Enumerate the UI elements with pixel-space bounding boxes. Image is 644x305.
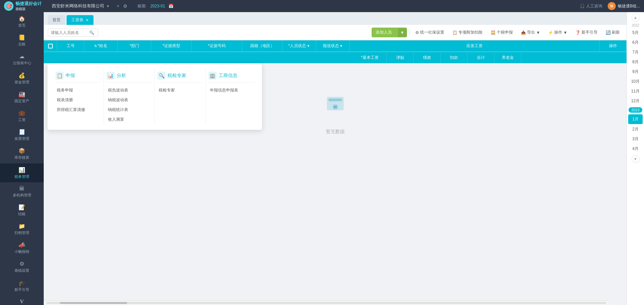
sidebar-item-expense[interactable]: 📣 小畅报销 <box>0 238 44 257</box>
rs-month-jan-2023[interactable]: 1月 <box>628 114 643 124</box>
th-performance: 绩效 <box>414 52 441 63</box>
th-salary-group-label: 应发工资 <box>466 43 483 49</box>
sidebar-item-member[interactable]: V 畅会员 <box>0 295 44 305</box>
search-icon[interactable]: 🔍 <box>89 30 94 35</box>
settings-icon[interactable]: ⚙ <box>123 3 127 9</box>
company-selector[interactable]: 西安虾米网络科技有限公司 ▼ <box>52 3 110 9</box>
taxcheck-title: 税检专家 <box>167 73 186 79</box>
rs-month-nov-2022[interactable]: 11月 <box>627 86 644 96</box>
user-info[interactable]: 畅 畅捷通B组... <box>608 2 640 10</box>
rs-prev-btn[interactable]: ▲ <box>632 13 640 22</box>
filter-report-icon[interactable]: ▼ <box>340 44 343 48</box>
dropdown-item-tax-declaration[interactable]: 税务申报 <box>55 85 101 95</box>
rs-month-mar-2023[interactable]: 3月 <box>627 134 644 144</box>
th-perf-label: 绩效 <box>423 55 431 61</box>
individual-tax-btn[interactable]: 🧮 个税申报 <box>488 28 516 37</box>
special-deduction-icon: 📋 <box>452 30 457 35</box>
rs-month-aug-2022[interactable]: 8月 <box>627 57 644 67</box>
rs-month-oct-2022[interactable]: 10月 <box>627 77 644 86</box>
search-box[interactable]: 🔍 <box>48 29 98 37</box>
sidebar-item-settings[interactable]: ⚙ 基础设置 <box>0 257 44 276</box>
social-insurance-btn[interactable]: ⚙ 统一社保设置 <box>413 28 447 37</box>
sidebar-item-invoice[interactable]: 🧾 发票管理 <box>0 125 44 144</box>
dropdown-item-income-tax-settlement[interactable]: 所得税汇算清缴 <box>55 105 101 115</box>
sidebar-label-inventory: 库存核算 <box>14 155 29 160</box>
sidebar-item-home[interactable]: 🏠 首页 <box>0 12 44 31</box>
rs-current-year-label: 2023 <box>629 107 642 113</box>
sidebar-item-guide[interactable]: 🎓 新手引导 <box>0 276 44 295</box>
tab-home[interactable]: 首页 <box>48 15 65 25</box>
th-op-label: 操作 <box>609 43 617 49</box>
rs-month-may-2022[interactable]: 5月 <box>627 28 644 38</box>
dropdown-item-income-calc[interactable]: 收入测算 <box>107 115 152 124</box>
social-insurance-label: 统一社保设置 <box>420 30 444 35</box>
sidebar-item-multi-org[interactable]: 🏛 多机构管理 <box>0 182 44 201</box>
sidebar-label-close: 结账 <box>18 212 26 216</box>
guide-btn[interactable]: ❓ 新手引导 <box>573 28 600 37</box>
rs-month-apr-2023[interactable]: 4月 <box>627 144 644 154</box>
th-report-status: 报送状态 ▼ <box>316 40 350 52</box>
logo-icon: 🎯 <box>4 1 13 11</box>
scroll-thumb[interactable] <box>60 302 127 304</box>
sidebar-item-assets[interactable]: 🏭 固定资产 <box>0 88 44 107</box>
sidebar-item-payroll[interactable]: 💼 工资 <box>0 107 44 125</box>
sidebar-label-multi-org: 多机构管理 <box>13 193 31 197</box>
rs-month-jul-2022[interactable]: 7月 <box>627 47 644 57</box>
service-btn[interactable]: 🎧 人工咨询 <box>580 3 602 9</box>
filter-status-icon[interactable]: ▼ <box>307 44 310 48</box>
tab-home-label: 首页 <box>52 17 61 23</box>
table-header-row2: *基本工资 津贴 绩效 扣款 合计 养老金 <box>44 52 627 63</box>
rs-month-dec-2022[interactable]: 12月 <box>627 96 644 106</box>
sidebar-label-settings: 基础设置 <box>14 268 29 273</box>
dropdown-col-declaration: 📋 申报 税务申报 税表清册 所得税汇算清缴 <box>53 69 104 124</box>
add-person-dropdown-icon[interactable]: ▼ <box>397 28 407 37</box>
rs-next-btn[interactable]: ▼ <box>632 155 640 163</box>
th-checkbox[interactable] <box>44 41 57 51</box>
sort-name-icon[interactable]: ⇅ <box>94 44 97 48</box>
operation-btn[interactable]: ⚡ 操作 ▼ <box>545 28 570 37</box>
scroll-bar[interactable] <box>44 300 609 305</box>
ledger-icon: 📒 <box>18 34 25 41</box>
th-basic-label: *基本工资 <box>361 55 379 61</box>
declaration-title: 申报 <box>66 73 75 79</box>
th-op: 操作 <box>600 40 627 52</box>
dropdown-item-tax-fluctuation[interactable]: 纳税波动表 <box>107 95 152 105</box>
add-person-button[interactable]: 添加人员 ▼ <box>372 28 407 37</box>
tab-payroll-label: 工资表 <box>71 17 83 23</box>
tab-close-icon[interactable]: ✕ <box>85 18 89 23</box>
top-bar: 🎯 畅捷通好会计 旗舰版 西安虾米网络科技有限公司 ▼ ＋ ⚙ 账期 2023-… <box>0 0 644 12</box>
select-all-checkbox[interactable] <box>48 44 53 48</box>
sidebar-item-tax[interactable]: 📊 税务管理 <box>0 163 44 182</box>
export-label: 导出 <box>527 30 535 35</box>
rs-month-sep-2022[interactable]: 9月 <box>627 67 644 77</box>
dropdown-item-tax-burden[interactable]: 税负波动表 <box>107 85 152 95</box>
dropdown-item-tax-stats[interactable]: 纳税统计表 <box>107 105 152 115</box>
sidebar-item-ledger[interactable]: 📒 总账 <box>0 31 44 50</box>
export-btn[interactable]: 📤 导出 ▼ <box>518 28 543 37</box>
dropdown-item-tax-table[interactable]: 税表清册 <box>55 95 101 105</box>
special-deduction-btn[interactable]: 📋 专项附加扣除 <box>450 28 485 37</box>
rs-month-jun-2022[interactable]: 6月 <box>627 38 644 47</box>
sidebar-item-close[interactable]: 📝 结账 <box>0 201 44 220</box>
th-cert-no: *证据号码 <box>192 40 242 52</box>
dropdown-item-annual-report[interactable]: 年报信息申报表 <box>209 85 254 95</box>
scroll-track[interactable] <box>46 302 606 304</box>
tab-payroll[interactable]: 工资表 ✕ <box>67 15 93 25</box>
calendar-icon[interactable]: 📅 <box>168 4 174 8</box>
th-id-label: 工号 <box>67 43 75 49</box>
th-pension-label: 养老金 <box>502 55 514 61</box>
sidebar-item-archive[interactable]: 📁 归档管理 <box>0 220 44 238</box>
user-name: 畅捷通B组... <box>618 3 640 9</box>
company-name: 西安虾米网络科技有限公司 <box>52 3 104 9</box>
add-company-icon[interactable]: ＋ <box>116 3 120 9</box>
rs-month-feb-2023[interactable]: 2月 <box>627 124 644 134</box>
sidebar-item-cloud[interactable]: ☁ 云报表中心 <box>0 50 44 69</box>
search-input[interactable] <box>51 30 88 35</box>
dropdown-item-taxcheck-expert[interactable]: 税检专家 <box>157 85 203 95</box>
sidebar-item-funds[interactable]: 💰 资金管理 <box>0 69 44 88</box>
dropdown-col-header-taxcheck: 🔍 税检专家 <box>157 69 203 83</box>
refresh-btn[interactable]: 🔄 刷新 <box>603 28 622 37</box>
sidebar-item-inventory[interactable]: 📦 库存核算 <box>0 144 44 163</box>
sidebar-label-assets: 固定资产 <box>14 99 29 103</box>
empty-illustration <box>322 90 349 123</box>
